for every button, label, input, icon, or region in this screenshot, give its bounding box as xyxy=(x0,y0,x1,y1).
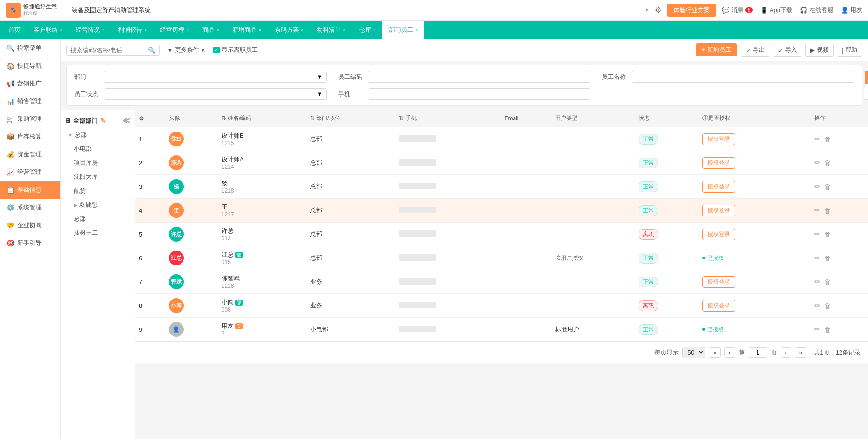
tab-barcode[interactable]: 条码方案× xyxy=(268,21,310,39)
edit-icon[interactable]: ✏ xyxy=(814,301,820,310)
close-icon[interactable]: × xyxy=(144,27,147,33)
emp-name-input[interactable] xyxy=(632,71,854,83)
delete-icon[interactable]: 🗑 xyxy=(824,135,831,143)
dept-node-peihuo[interactable]: 配货 xyxy=(61,184,135,198)
close-icon[interactable]: × xyxy=(373,27,376,33)
edit-icon[interactable]: ✏ xyxy=(814,278,820,286)
try-btn[interactable]: 体验行业方案 xyxy=(667,4,716,17)
delete-icon[interactable]: 🗑 xyxy=(824,159,831,167)
th-name-code[interactable]: ⇅ 姓名/编码 xyxy=(218,110,306,127)
close-icon[interactable]: × xyxy=(216,27,219,33)
auth-login-button[interactable]: 授权登录 xyxy=(702,157,735,169)
tab-goods[interactable]: 商品× xyxy=(196,21,226,39)
per-page-select[interactable]: 50 xyxy=(682,347,705,358)
tab-bom[interactable]: 物料清单× xyxy=(310,21,352,39)
sidebar-item-guide[interactable]: 🎯新手引导 xyxy=(0,234,60,252)
show-resigned-checkbox[interactable]: ✓ 显示离职员工 xyxy=(213,46,258,54)
close-icon[interactable]: × xyxy=(301,27,304,33)
sidebar-item-nav[interactable]: 🏠快捷导航 xyxy=(0,57,60,75)
emp-status-select[interactable]: ▼ xyxy=(104,88,327,100)
sidebar-item-inventory[interactable]: 📦库存核算 xyxy=(0,128,60,146)
last-page-btn[interactable]: » xyxy=(795,347,806,358)
close-icon[interactable]: × xyxy=(186,27,189,33)
import-button[interactable]: ↙ 导入 xyxy=(773,43,802,57)
close-icon[interactable]: × xyxy=(415,27,418,33)
close-icon[interactable]: × xyxy=(258,27,261,33)
tab-operation[interactable]: 经营情况× xyxy=(69,21,111,39)
view-button[interactable]: ▶ 视频 xyxy=(805,43,834,57)
tab-new-goods[interactable]: 新增商品× xyxy=(226,21,268,39)
dept-node-zongbu[interactable]: ▼ 总部 xyxy=(61,128,135,142)
close-icon[interactable]: × xyxy=(60,27,62,33)
sidebar-item-system[interactable]: ⚙️系统管理 xyxy=(0,199,60,216)
close-icon[interactable]: × xyxy=(102,27,104,33)
sidebar-item-collab[interactable]: 🤝企业协同 xyxy=(0,216,60,234)
more-filter-btn[interactable]: ▼ 更多条件 ∧ xyxy=(163,44,209,56)
user-btn[interactable]: 👤 用友 xyxy=(841,6,862,14)
delete-icon[interactable]: 🗑 xyxy=(824,207,831,215)
th-dept-position[interactable]: ⇅ 部门/职位 xyxy=(306,110,395,127)
dept-node-shuanglu[interactable]: ▶ 双鹿想 xyxy=(61,198,135,212)
sidebar-item-management[interactable]: 📈经营管理 xyxy=(0,163,60,181)
first-page-btn[interactable]: « xyxy=(709,347,721,358)
dept-node-chashuwang[interactable]: 插树王二 xyxy=(61,226,135,240)
dept-node-xiangmuku[interactable]: 项目库房 xyxy=(61,156,135,170)
service-btn[interactable]: 🎧 在线客服 xyxy=(800,6,833,14)
edit-icon[interactable]: ✏ xyxy=(814,135,820,143)
auth-login-button[interactable]: 授权登录 xyxy=(702,276,735,288)
tab-customer[interactable]: 客户联络× xyxy=(27,21,69,39)
add-employee-button[interactable]: + 新增员工 xyxy=(696,43,736,56)
delete-icon[interactable]: 🗑 xyxy=(824,302,831,310)
page-number-input[interactable] xyxy=(749,347,767,358)
search-input[interactable] xyxy=(70,47,146,54)
auth-login-button[interactable]: 授权登录 xyxy=(702,181,735,193)
auth-login-button[interactable]: 授权登录 xyxy=(702,300,735,312)
edit-icon[interactable]: ✏ xyxy=(814,206,820,215)
tab-profit[interactable]: 利润报告× xyxy=(111,21,153,39)
help-button[interactable]: | 帮助 xyxy=(837,43,862,57)
app-download-btn[interactable]: 📱 App下载 xyxy=(760,6,792,14)
delete-icon[interactable]: 🗑 xyxy=(824,278,831,286)
sidebar-item-basic[interactable]: 📋基础信息 xyxy=(0,181,60,199)
sidebar-item-finance[interactable]: 💰资金管理 xyxy=(0,146,60,163)
tab-employees[interactable]: 部门员工× xyxy=(382,21,424,39)
auth-login-button[interactable]: 授权登录 xyxy=(702,229,735,240)
th-phone[interactable]: ⇅ 手机 xyxy=(395,110,500,127)
dept-select[interactable]: ▼ xyxy=(104,71,327,83)
sidebar-item-marketing[interactable]: 📢营销推广 xyxy=(0,75,60,92)
emp-code-input[interactable] xyxy=(368,71,591,83)
delete-icon[interactable]: 🗑 xyxy=(824,183,831,191)
export-button[interactable]: ↗ 导出 xyxy=(741,43,770,57)
tab-home[interactable]: 首页 xyxy=(2,21,27,39)
phone-input[interactable] xyxy=(368,88,591,100)
edit-icon[interactable]: ✏ xyxy=(814,325,820,334)
prev-page-btn[interactable]: ‹ xyxy=(724,347,735,358)
sidebar-item-purchase[interactable]: 🛒采购管理 xyxy=(0,110,60,128)
tab-history[interactable]: 经营历程× xyxy=(153,21,195,39)
close-icon[interactable]: × xyxy=(343,27,346,33)
msg-btn[interactable]: 💬 消息 6 xyxy=(722,6,753,14)
sidebar-item-sales[interactable]: 📊销售管理 xyxy=(0,92,60,110)
tab-warehouse[interactable]: 仓库× xyxy=(353,21,382,39)
sys-title-dropdown[interactable]: ▼ xyxy=(645,7,649,13)
delete-icon[interactable]: 🗑 xyxy=(824,230,831,238)
edit-icon[interactable]: ✏ xyxy=(814,230,820,238)
dept-edit-icon[interactable]: ✎ xyxy=(100,117,106,125)
next-page-btn[interactable]: › xyxy=(781,347,791,358)
edit-icon[interactable]: ✏ xyxy=(814,159,820,167)
dept-node-zongbu2[interactable]: 总部 xyxy=(61,212,135,226)
auth-login-button[interactable]: 授权登录 xyxy=(702,205,735,216)
auth-login-button[interactable]: 授权登录 xyxy=(702,133,735,145)
set-button[interactable]: 设置 xyxy=(864,86,868,100)
dept-node-shenyang[interactable]: 沈阳大库 xyxy=(61,170,135,184)
edit-icon[interactable]: ✏ xyxy=(814,254,820,262)
search-icon[interactable]: 🔍 xyxy=(148,47,155,54)
query-button[interactable]: 查询 xyxy=(865,71,868,84)
delete-icon[interactable]: 🗑 xyxy=(824,326,831,334)
edit-icon[interactable]: ✏ xyxy=(814,182,820,191)
gear-icon[interactable]: ⚙ xyxy=(655,6,661,14)
collapse-icon[interactable]: ≪ xyxy=(122,116,130,125)
dept-node-xiaodibu[interactable]: 小电部 xyxy=(61,142,135,156)
delete-icon[interactable]: 🗑 xyxy=(824,254,831,262)
sidebar-item-search[interactable]: 🔍搜索菜单 xyxy=(0,39,60,57)
